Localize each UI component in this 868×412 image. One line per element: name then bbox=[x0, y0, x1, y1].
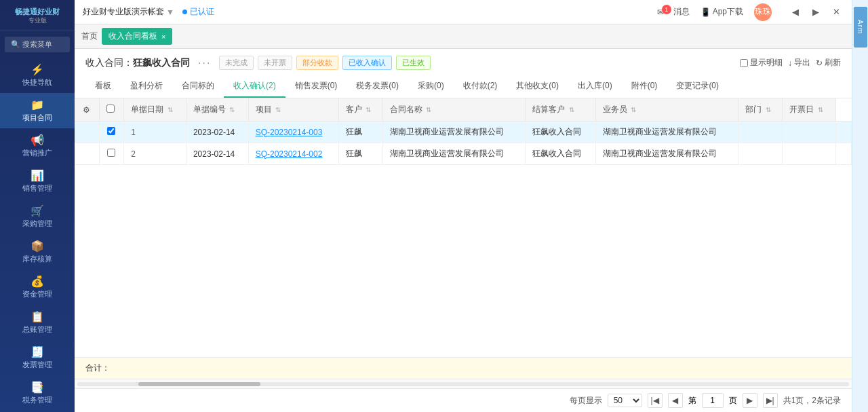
sidebar-item-quicknav[interactable]: ⚡ 快捷导航 bbox=[0, 58, 75, 93]
table-row[interactable]: 2 2023-02-14 SQ-20230214-002 狂飙 湖南卫视商业运营… bbox=[75, 143, 852, 165]
tab-payment[interactable]: 收付款(2) bbox=[454, 75, 507, 98]
col-checkbox[interactable] bbox=[99, 98, 124, 121]
company-selector[interactable]: 好业财专业版演示帐套 ▼ bbox=[83, 6, 174, 18]
sidebar-item-capital[interactable]: 💰 资金管理 bbox=[0, 269, 75, 305]
sidebar-item-invoice[interactable]: 🧾 发票管理 bbox=[0, 340, 75, 375]
tab-kanban[interactable]: 看板 bbox=[85, 75, 121, 98]
arm-button[interactable]: Arm bbox=[854, 7, 867, 48]
last-page-button[interactable]: ▶| bbox=[763, 393, 778, 408]
show-detail-checkbox[interactable]: 显示明细 bbox=[740, 57, 783, 69]
sidebar: 畅捷通好业财 专业版 🔍 搜索菜单 ⚡ 快捷导航 📁 项目合同 📢 营销推广 📊… bbox=[0, 0, 75, 412]
user-name: 珠珠 bbox=[755, 6, 771, 18]
row-customer: 湖南卫视商业运营发展有限公司 bbox=[382, 121, 525, 143]
cert-dot bbox=[182, 10, 187, 14]
app-download-button[interactable]: 📱 App下载 bbox=[701, 6, 743, 18]
home-label: 首页 bbox=[81, 31, 98, 41]
row-select-checkbox[interactable] bbox=[107, 149, 115, 157]
user-avatar[interactable]: 珠珠 bbox=[754, 3, 772, 21]
message-button[interactable]: ✉ 1 消息 bbox=[657, 6, 690, 18]
col-customer[interactable]: 客户 ⇅ bbox=[338, 98, 382, 121]
table-row[interactable]: 1 2023-02-14 SQ-20230214-003 狂飙 湖南卫视商业运营… bbox=[75, 121, 852, 143]
row-related-customer: 湖南卫视商业运营发展有限公司 bbox=[595, 143, 738, 165]
total-label: 合计： bbox=[85, 362, 110, 374]
sidebar-item-project[interactable]: 📁 项目合同 bbox=[0, 93, 75, 128]
app-icon: 📱 bbox=[701, 7, 711, 17]
tab-profit-label: 盈利分析 bbox=[130, 81, 163, 90]
sidebar-search[interactable]: 🔍 搜索菜单 bbox=[5, 37, 71, 52]
row-settings bbox=[75, 143, 99, 165]
export-button[interactable]: ↓ 导出 bbox=[788, 57, 810, 69]
next-page-button[interactable]: ▶ bbox=[743, 393, 757, 408]
next-page-button[interactable]: ▶ bbox=[808, 5, 823, 20]
tab-tax-invoice[interactable]: 税务发票(0) bbox=[347, 75, 408, 98]
col-settings[interactable]: ⚙ bbox=[75, 98, 99, 121]
sidebar-item-marketing[interactable]: 📢 营销推广 bbox=[0, 128, 75, 164]
purchase-icon: 🛒 bbox=[31, 204, 44, 217]
tab-payment-label: 收付款(2) bbox=[463, 81, 498, 90]
tab-sales-invoice[interactable]: 销售发票(0) bbox=[285, 75, 347, 98]
tab-subject-label: 合同标的 bbox=[182, 81, 214, 90]
col-invoice-date[interactable]: 开票日 ⇅ bbox=[783, 98, 835, 121]
tab-attachment[interactable]: 附件(0) bbox=[622, 75, 667, 98]
row-checkbox[interactable] bbox=[99, 121, 124, 143]
status-tag-incomplete: 未完成 bbox=[219, 56, 254, 70]
sort-salesman-icon: ⇅ bbox=[631, 106, 636, 113]
col-project[interactable]: 项目 ⇅ bbox=[248, 98, 338, 121]
sidebar-item-tax[interactable]: 📑 税务管理 bbox=[0, 375, 75, 411]
detail-checkbox-input[interactable] bbox=[740, 59, 748, 67]
tab-label: 收入合同看板 bbox=[108, 31, 157, 42]
scroll-track[interactable] bbox=[77, 382, 849, 386]
active-tab[interactable]: 收入合同看板 × bbox=[102, 28, 172, 45]
page-number-input[interactable] bbox=[702, 393, 724, 408]
per-page-select[interactable]: 50 100 200 bbox=[608, 394, 642, 407]
select-all-checkbox[interactable] bbox=[106, 105, 115, 113]
tab-subject[interactable]: 合同标的 bbox=[172, 75, 224, 98]
col-salesman[interactable]: 业务员 ⇅ bbox=[595, 98, 738, 121]
app-label: App下载 bbox=[713, 6, 743, 18]
invoice-icon: 🧾 bbox=[31, 345, 44, 358]
first-page-button[interactable]: |◀ bbox=[648, 393, 663, 408]
doc-number-link[interactable]: SQ-20230214-003 bbox=[256, 128, 323, 137]
scroll-thumb[interactable] bbox=[138, 382, 260, 386]
tab-warehouse[interactable]: 出入库(0) bbox=[568, 75, 622, 98]
col-related-customer[interactable]: 结算客户 ⇅ bbox=[526, 98, 596, 121]
row-department bbox=[783, 121, 835, 143]
quicknav-icon: ⚡ bbox=[31, 63, 44, 76]
tab-close-icon[interactable]: × bbox=[161, 33, 165, 41]
sidebar-item-inventory[interactable]: 📦 库存核算 bbox=[0, 234, 75, 269]
horizontal-scrollbar[interactable] bbox=[75, 379, 852, 388]
col-date[interactable]: 单据日期 ⇅ bbox=[124, 98, 186, 121]
prev-page-button[interactable]: ◀ bbox=[668, 393, 683, 408]
sidebar-item-sales[interactable]: 📊 销售管理 bbox=[0, 164, 75, 199]
more-options-button[interactable]: ··· bbox=[198, 57, 211, 69]
sidebar-logo: 畅捷通好业财 专业版 bbox=[0, 0, 75, 31]
tab-other[interactable]: 其他收支(0) bbox=[507, 75, 568, 98]
page-label: 第 bbox=[688, 395, 696, 407]
home-tab[interactable]: 首页 bbox=[81, 31, 98, 42]
table-container[interactable]: ⚙ 单据日期 ⇅ 单据编号 ⇅ 项目 ⇅ 客户 ⇅ 合同名称 ⇅ 结算客户 ⇅ … bbox=[75, 98, 852, 357]
prev-page-button[interactable]: ◀ bbox=[788, 5, 803, 20]
doc-number-link[interactable]: SQ-20230214-002 bbox=[256, 149, 323, 159]
sidebar-item-purchase[interactable]: 🛒 采购管理 bbox=[0, 199, 75, 234]
close-button[interactable]: ✕ bbox=[829, 5, 844, 20]
tab-purchase[interactable]: 采购(0) bbox=[408, 75, 454, 98]
topbar: 好业财专业版演示帐套 ▼ 已认证 ✉ 1 消息 📱 App下载 珠珠 ◀ ▶ bbox=[75, 0, 852, 24]
tax-icon: 📑 bbox=[31, 381, 44, 394]
tab-profit[interactable]: 盈利分析 bbox=[121, 75, 172, 98]
row-select-checkbox[interactable] bbox=[107, 127, 115, 135]
sidebar-item-general[interactable]: 📋 总账管理 bbox=[0, 305, 75, 340]
sidebar-item-label: 营销推广 bbox=[22, 148, 52, 158]
refresh-button[interactable]: ↻ 刷新 bbox=[816, 57, 841, 69]
col-department[interactable]: 部门 ⇅ bbox=[738, 98, 783, 121]
tab-revenue[interactable]: 收入确认(2) bbox=[224, 75, 285, 98]
message-label: 消息 bbox=[673, 6, 690, 18]
tab-change-log-label: 变更记录(0) bbox=[676, 81, 719, 90]
row-number[interactable]: SQ-20230214-003 bbox=[248, 121, 338, 143]
col-contract[interactable]: 合同名称 ⇅ bbox=[382, 98, 525, 121]
row-checkbox[interactable] bbox=[99, 143, 124, 165]
pagination-summary: 共1页，2条记录 bbox=[783, 395, 841, 407]
col-number[interactable]: 单据编号 ⇅ bbox=[186, 98, 248, 121]
row-department bbox=[783, 143, 835, 165]
tab-change-log[interactable]: 变更记录(0) bbox=[667, 75, 728, 98]
row-number[interactable]: SQ-20230214-002 bbox=[248, 143, 338, 165]
